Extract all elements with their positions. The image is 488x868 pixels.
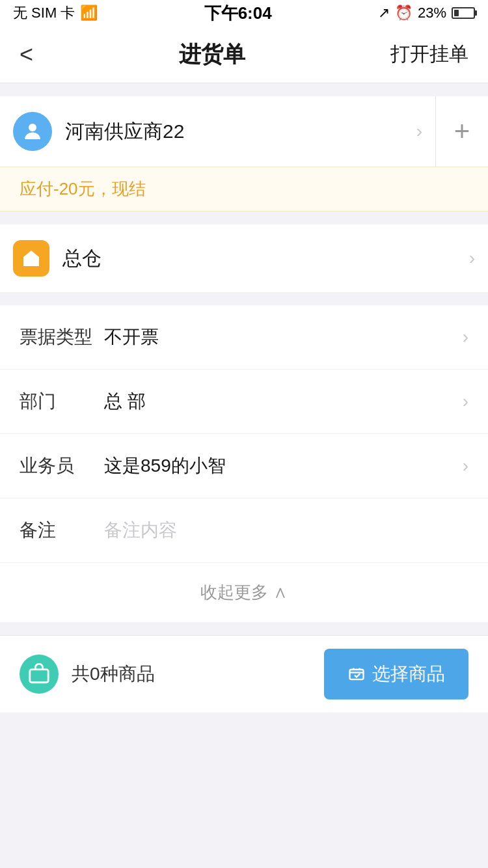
ticket-type-chevron-icon: ›	[463, 327, 468, 347]
status-left: 无 SIM 卡 📶	[13, 3, 98, 23]
add-supplier-button[interactable]: +	[436, 96, 488, 167]
section-gap-1	[0, 83, 488, 96]
select-goods-icon	[347, 665, 366, 683]
dept-row[interactable]: 部门 总 部 ›	[0, 370, 488, 434]
status-time: 下午6:04	[204, 2, 272, 25]
battery-icon	[452, 7, 475, 19]
form-section: 票据类型 不开票 › 部门 总 部 › 业务员 这是859的小智 › 备注 备注…	[0, 305, 488, 562]
wifi-icon: 📶	[80, 5, 98, 21]
battery-pct: 23%	[418, 5, 446, 21]
salesperson-row[interactable]: 业务员 这是859的小智 ›	[0, 434, 488, 498]
svg-point-0	[29, 124, 36, 131]
goods-count: 共0种商品	[72, 662, 324, 686]
user-icon	[21, 120, 44, 143]
supplier-avatar	[13, 112, 52, 151]
svg-rect-2	[30, 670, 48, 683]
select-goods-label: 选择商品	[372, 662, 445, 686]
goods-icon	[20, 655, 59, 694]
collapse-toggle[interactable]: 收起更多 ∧	[0, 562, 488, 622]
status-bar: 无 SIM 卡 📶 下午6:04 ↗ ⏰ 23%	[0, 0, 488, 26]
carrier-label: 无 SIM 卡	[13, 3, 75, 23]
page-rest	[0, 712, 488, 868]
home-icon	[21, 248, 42, 269]
open-pending-button[interactable]: 打开挂单	[390, 41, 468, 68]
info-banner: 应付-20元，现结	[0, 167, 488, 211]
salesperson-value: 这是859的小智	[98, 454, 463, 478]
svg-rect-1	[29, 260, 34, 266]
back-button[interactable]: <	[20, 41, 33, 68]
ticket-type-label: 票据类型	[20, 325, 98, 349]
warehouse-chevron-icon: ›	[469, 248, 475, 269]
bottom-bar: 共0种商品 选择商品	[0, 635, 488, 712]
location-icon: ↗	[378, 5, 390, 21]
dept-label: 部门	[20, 389, 98, 414]
note-input[interactable]: 备注内容	[98, 518, 468, 543]
alarm-icon: ⏰	[395, 5, 413, 21]
note-row[interactable]: 备注 备注内容	[0, 498, 488, 562]
ticket-type-row[interactable]: 票据类型 不开票 ›	[0, 305, 488, 370]
warehouse-name: 总仓	[62, 245, 469, 272]
cart-icon	[28, 663, 50, 685]
supplier-selector[interactable]: 河南供应商22 ›	[0, 96, 436, 167]
supplier-name: 河南供应商22	[65, 118, 410, 145]
page-title: 进货单	[179, 40, 245, 70]
status-right: ↗ ⏰ 23%	[378, 5, 475, 21]
supplier-chevron-icon: ›	[416, 121, 422, 142]
dept-chevron-icon: ›	[463, 391, 468, 412]
warehouse-icon	[13, 240, 49, 277]
note-label: 备注	[20, 518, 98, 543]
warehouse-section[interactable]: 总仓 ›	[0, 224, 488, 292]
salesperson-label: 业务员	[20, 454, 98, 478]
salesperson-chevron-icon: ›	[463, 455, 468, 476]
nav-bar: < 进货单 打开挂单	[0, 26, 488, 83]
dept-value: 总 部	[98, 389, 463, 414]
select-goods-button[interactable]: 选择商品	[324, 649, 468, 699]
ticket-type-value: 不开票	[98, 325, 463, 349]
supplier-section: 河南供应商22 › +	[0, 96, 488, 167]
